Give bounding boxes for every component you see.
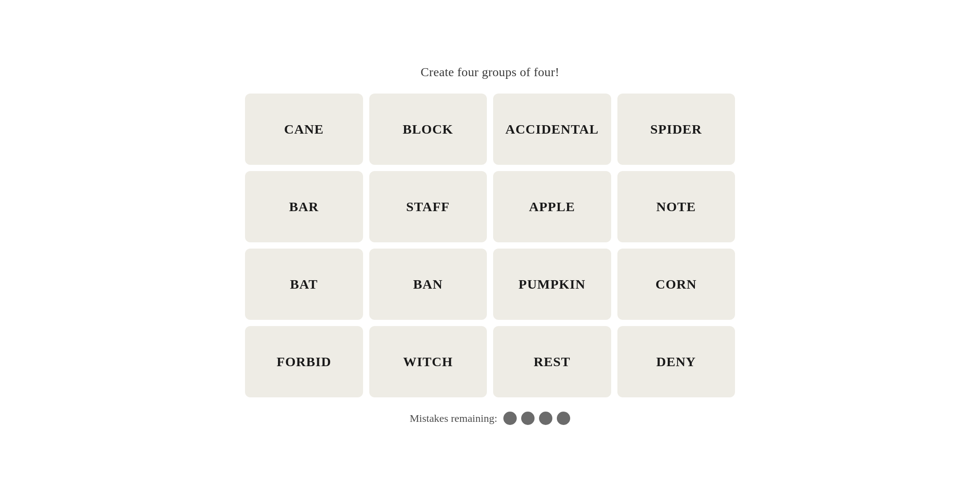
- word-card-note[interactable]: NOTE: [617, 171, 735, 242]
- word-card-deny[interactable]: DENY: [617, 326, 735, 397]
- word-label-note: NOTE: [656, 199, 696, 214]
- word-card-bar[interactable]: BAR: [245, 171, 363, 242]
- word-card-corn[interactable]: CORN: [617, 249, 735, 320]
- word-label-accidental: ACCIDENTAL: [506, 122, 599, 137]
- word-card-staff[interactable]: STAFF: [369, 171, 487, 242]
- mistake-dot-2: [521, 412, 535, 425]
- word-label-rest: REST: [534, 354, 570, 369]
- game-container: Create four groups of four! CANEBLOCKACC…: [245, 65, 735, 425]
- word-label-cane: CANE: [284, 122, 324, 137]
- word-card-witch[interactable]: WITCH: [369, 326, 487, 397]
- word-label-bar: BAR: [289, 199, 318, 214]
- mistakes-row: Mistakes remaining:: [410, 412, 571, 425]
- word-card-block[interactable]: BLOCK: [369, 94, 487, 165]
- mistake-dot-3: [539, 412, 552, 425]
- word-label-spider: SPIDER: [650, 122, 702, 137]
- word-card-forbid[interactable]: FORBID: [245, 326, 363, 397]
- word-label-apple: APPLE: [529, 199, 575, 214]
- word-card-cane[interactable]: CANE: [245, 94, 363, 165]
- word-card-accidental[interactable]: ACCIDENTAL: [493, 94, 611, 165]
- word-label-pumpkin: PUMPKIN: [519, 277, 585, 292]
- word-label-staff: STAFF: [406, 199, 450, 214]
- subtitle: Create four groups of four!: [421, 65, 559, 79]
- word-card-ban[interactable]: BAN: [369, 249, 487, 320]
- mistake-dot-1: [503, 412, 517, 425]
- word-label-witch: WITCH: [403, 354, 453, 369]
- word-card-apple[interactable]: APPLE: [493, 171, 611, 242]
- word-card-spider[interactable]: SPIDER: [617, 94, 735, 165]
- word-label-deny: DENY: [656, 354, 696, 369]
- word-label-ban: BAN: [413, 277, 443, 292]
- word-label-block: BLOCK: [403, 122, 453, 137]
- mistakes-dots: [503, 412, 570, 425]
- word-grid: CANEBLOCKACCIDENTALSPIDERBARSTAFFAPPLENO…: [245, 94, 735, 397]
- word-card-pumpkin[interactable]: PUMPKIN: [493, 249, 611, 320]
- mistake-dot-4: [557, 412, 570, 425]
- word-label-corn: CORN: [656, 277, 697, 292]
- word-card-rest[interactable]: REST: [493, 326, 611, 397]
- mistakes-label: Mistakes remaining:: [410, 412, 498, 425]
- word-label-forbid: FORBID: [277, 354, 331, 369]
- word-label-bat: BAT: [290, 277, 318, 292]
- word-card-bat[interactable]: BAT: [245, 249, 363, 320]
